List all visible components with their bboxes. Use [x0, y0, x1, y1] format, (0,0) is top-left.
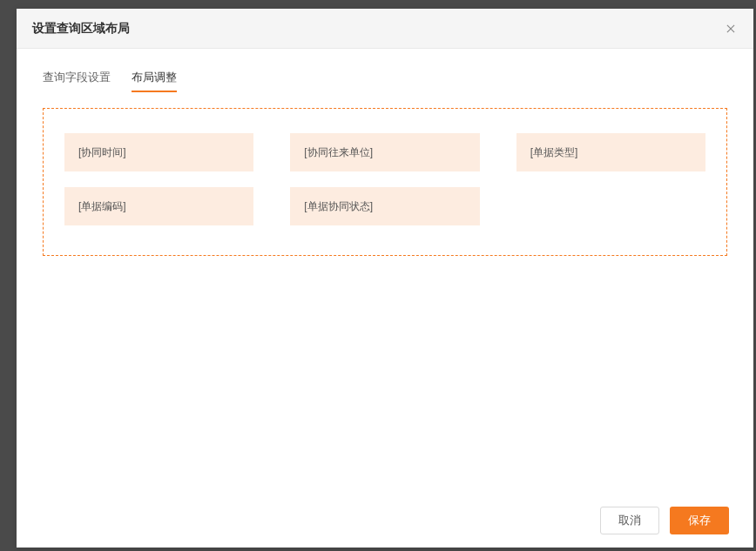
modal-body: 查询字段设置 布局调整 [协同时间] [协同往来单位] [单据类型] [单据编码…: [17, 49, 753, 494]
field-item[interactable]: [单据编码]: [64, 187, 253, 225]
modal-dialog: 设置查询区域布局 查询字段设置 布局调整 [协同时间] [协同往来单位] [单据…: [17, 9, 753, 548]
tab-layout-adjust[interactable]: 布局调整: [132, 70, 177, 92]
cancel-button[interactable]: 取消: [600, 507, 659, 534]
field-item[interactable]: [单据协同状态]: [290, 187, 479, 225]
close-icon[interactable]: [724, 22, 738, 36]
field-item[interactable]: [协同时间]: [64, 133, 253, 171]
save-button[interactable]: 保存: [670, 507, 729, 534]
tab-query-fields[interactable]: 查询字段设置: [43, 70, 111, 92]
modal-header: 设置查询区域布局: [17, 9, 753, 49]
field-item[interactable]: [协同往来单位]: [290, 133, 479, 171]
field-item[interactable]: [单据类型]: [516, 133, 705, 171]
modal-title: 设置查询区域布局: [32, 21, 130, 37]
modal-footer: 取消 保存: [17, 494, 753, 548]
field-grid: [协同时间] [协同往来单位] [单据类型] [单据编码] [单据协同状态]: [64, 133, 705, 225]
tabs: 查询字段设置 布局调整: [43, 70, 727, 92]
layout-dropzone[interactable]: [协同时间] [协同往来单位] [单据类型] [单据编码] [单据协同状态]: [43, 108, 727, 256]
